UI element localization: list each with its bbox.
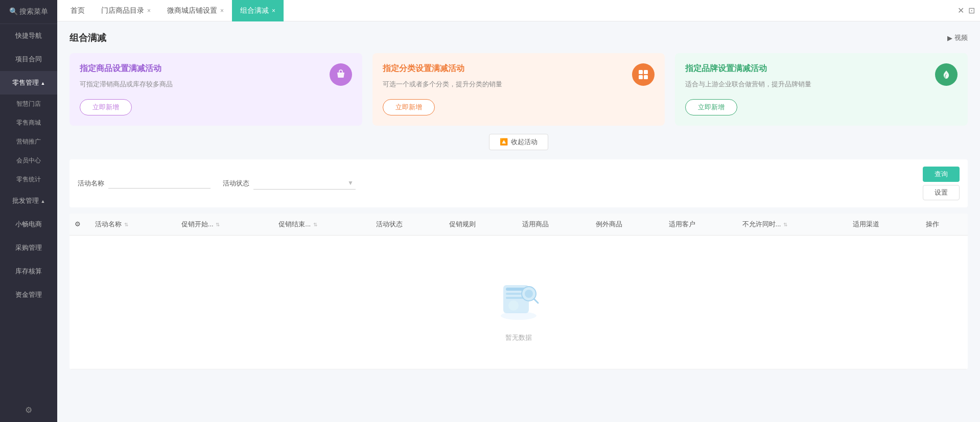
svg-point-10 (525, 290, 533, 298)
table-header-exception-goods: 例外商品 (591, 214, 664, 236)
table-header-promo-end[interactable]: 促销结束... ⇅ (273, 214, 370, 236)
sort-icon-promo-start: ⇅ (215, 222, 220, 227)
svg-line-11 (534, 299, 538, 303)
promo-card-btn-card-category[interactable]: 立即新增 (383, 99, 435, 115)
promo-card-card-brand: 指定品牌设置满减活动适合与上游企业联合做营销，提升品牌销量立即新增 (675, 53, 968, 126)
content-area: 组合满减 ▶ 视频 指定商品设置满减活动可指定滞销商品或库存较多商品立即新增指定… (57, 21, 980, 422)
gear-icon: ⚙ (25, 406, 32, 414)
promo-card-desc-card-product: 可指定滞销商品或库存较多商品 (80, 79, 352, 90)
promo-card-title-card-product: 指定商品设置满减活动 (80, 63, 352, 74)
tab-label-home: 首页 (71, 6, 85, 15)
video-label: 视频 (954, 33, 968, 42)
promo-card-icon-card-product (330, 63, 352, 86)
table-header-applicable-goods: 适用商品 (517, 214, 590, 236)
svg-rect-1 (644, 70, 648, 74)
video-link[interactable]: ▶ 视频 (947, 33, 968, 42)
table-header-settings: ⚙ (69, 214, 90, 236)
activity-status-label: 活动状态 (223, 179, 249, 188)
sidebar-search-label: 搜索菜单 (19, 7, 48, 15)
table-header-applicable-channel: 适用渠道 (848, 214, 921, 236)
sidebar-item-retail-stats[interactable]: 零售统计 (0, 170, 57, 189)
tab-close-wechat-store-settings[interactable]: × (220, 7, 224, 14)
tab-close-store-catalog[interactable]: × (147, 7, 151, 14)
empty-illustration (493, 272, 544, 323)
activity-name-label: 活动名称 (78, 179, 104, 188)
promo-card-desc-card-brand: 适合与上游企业联合做营销，提升品牌销量 (685, 79, 958, 90)
promo-card-title-card-brand: 指定品牌设置满减活动 (685, 63, 958, 74)
promo-card-title-card-category: 指定分类设置满减活动 (383, 63, 655, 74)
svg-rect-0 (639, 70, 643, 74)
promo-card-desc-card-category: 可选一个或者多个分类，提升分类的销量 (383, 79, 655, 90)
data-table-container: ⚙活动名称 ⇅促销开始... ⇅促销结束... ⇅活动状态促销规则适用商品例外商… (69, 214, 968, 369)
close-window-btn[interactable]: ✕ (958, 6, 964, 15)
window-controls: ✕ ⊡ (958, 6, 975, 15)
tab-bar: 首页门店商品目录 ×微商城店铺设置 ×组合满减 × ✕ ⊡ (57, 0, 980, 21)
sidebar-item-retail-mall[interactable]: 零售商城 (0, 113, 57, 132)
promo-card-card-product: 指定商品设置满减活动可指定滞销商品或库存较多商品立即新增 (69, 53, 362, 126)
table-header-operations: 操作 (921, 214, 968, 236)
query-btn[interactable]: 查询 (923, 167, 960, 182)
sort-icon-activity-name: ⇅ (123, 222, 128, 227)
sidebar-item-fund-mgmt[interactable]: 资金管理 (0, 283, 57, 307)
activity-name-input[interactable] (108, 178, 211, 189)
tab-store-catalog[interactable]: 门店商品目录 × (93, 0, 159, 21)
activity-status-input[interactable] (255, 178, 347, 188)
svg-rect-2 (639, 75, 643, 79)
promo-card-card-category: 指定分类设置满减活动可选一个或者多个分类，提升分类的销量立即新增 (372, 53, 665, 126)
table-header-activity-name[interactable]: 活动名称 ⇅ (90, 214, 176, 236)
sidebar-item-marketing[interactable]: 营销推广 (0, 132, 57, 151)
promo-card-btn-card-product[interactable]: 立即新增 (80, 99, 132, 115)
data-table: ⚙活动名称 ⇅促销开始... ⇅促销结束... ⇅活动状态促销规则适用商品例外商… (69, 214, 968, 369)
settings-btn[interactable]: 设置 (923, 185, 960, 200)
main-area: 首页门店商品目录 ×微商城店铺设置 ×组合满减 × ✕ ⊡ 组合满减 ▶ 视频 … (57, 0, 980, 422)
search-icon: 🔍 (9, 7, 18, 15)
filter-row: 活动名称 活动状态 ▼ 查询 设置 (69, 159, 968, 207)
collapse-activities-btn[interactable]: 🔼 收起活动 (489, 134, 548, 150)
collapse-btn-label: 收起活动 (511, 137, 538, 147)
tab-wechat-store-settings[interactable]: 微商城店铺设置 × (159, 0, 232, 21)
tab-label-wechat-store-settings: 微商城店铺设置 (167, 6, 217, 15)
sidebar-item-xiao-ecommerce[interactable]: 小畅电商 (0, 213, 57, 236)
table-header-applicable-customer: 适用客户 (664, 214, 737, 236)
promo-cards-row: 指定商品设置满减活动可指定滞销商品或库存较多商品立即新增指定分类设置满减活动可选… (69, 53, 968, 126)
collapse-bar: 🔼 收起活动 (69, 134, 968, 150)
sidebar-item-project-contract[interactable]: 项目合同 (0, 48, 57, 71)
chevron-up-icon: 🔼 (500, 138, 508, 146)
sidebar-item-smart-store[interactable]: 智慧门店 (0, 95, 57, 113)
filter-activity-status: 活动状态 ▼ (223, 177, 356, 190)
maximize-window-btn[interactable]: ⊡ (968, 6, 975, 15)
sidebar-search[interactable]: 🔍 搜索菜单 (0, 0, 57, 24)
table-header-promo-start[interactable]: 促销开始... ⇅ (176, 214, 273, 236)
sidebar: 🔍 搜索菜单 快捷导航项目合同零售管理智慧门店零售商城营销推广会员中心零售统计批… (0, 0, 57, 422)
table-header-activity-status: 活动状态 (371, 214, 444, 236)
sort-icon-promo-end: ⇅ (312, 222, 317, 227)
tab-label-combo-discount: 组合满减 (240, 6, 269, 15)
filter-activity-name: 活动名称 (78, 178, 211, 189)
svg-point-12 (508, 300, 519, 311)
table-header-promo-rule: 促销规则 (444, 214, 517, 236)
sidebar-item-quick-nav[interactable]: 快捷导航 (0, 24, 57, 48)
sidebar-item-purchase-mgmt[interactable]: 采购管理 (0, 236, 57, 260)
promo-card-icon-card-brand (935, 63, 958, 86)
tab-combo-discount[interactable]: 组合满减 × (232, 0, 284, 21)
sidebar-settings-btn[interactable]: ⚙ (0, 398, 57, 422)
empty-text: 暂无数据 (85, 333, 952, 342)
page-header: 组合满减 ▶ 视频 (69, 32, 968, 44)
svg-rect-8 (506, 297, 524, 299)
sidebar-item-wholesale-mgmt[interactable]: 批发管理 (0, 189, 57, 213)
sidebar-item-member-center[interactable]: 会员中心 (0, 151, 57, 170)
sidebar-item-inventory-calc[interactable]: 库存核算 (0, 260, 57, 283)
tab-label-store-catalog: 门店商品目录 (101, 6, 144, 15)
empty-state: 暂无数据 (75, 242, 963, 363)
promo-card-btn-card-brand[interactable]: 立即新增 (685, 99, 737, 115)
page-title: 组合满减 (69, 32, 106, 44)
svg-rect-7 (506, 293, 521, 295)
play-circle-icon: ▶ (947, 34, 952, 42)
tab-close-combo-discount[interactable]: × (272, 7, 275, 14)
sidebar-item-retail-mgmt[interactable]: 零售管理 (0, 71, 57, 95)
table-gear-icon[interactable]: ⚙ (75, 220, 81, 228)
tab-home[interactable]: 首页 (62, 0, 93, 21)
table-header-not-allow-concurrent[interactable]: 不允许同时... ⇅ (737, 214, 848, 236)
sort-icon-not-allow-concurrent: ⇅ (782, 222, 787, 227)
filter-actions: 查询 设置 (923, 167, 960, 200)
